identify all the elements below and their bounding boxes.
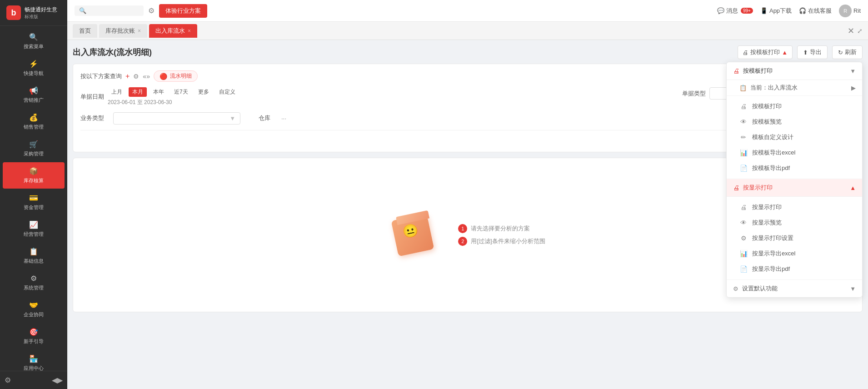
display-export-excel-item[interactable]: 📊 按显示导出excel (727, 246, 862, 261)
date-tab-this-month[interactable]: 本月 (129, 87, 147, 97)
empty-step-2: 2 用[过滤]条件来缩小分析范围 (458, 237, 545, 246)
tab-flow-close-icon[interactable]: × (188, 28, 191, 34)
sidebar-item-inventory[interactable]: 📦 库存核算 (3, 162, 65, 189)
current-icon: 📋 (739, 85, 747, 91)
print-dropdown-button[interactable]: 🖨 按模板打印 ▲ (738, 45, 793, 59)
tab-bar-controls: ✕ ⤢ (848, 26, 863, 36)
search-box[interactable]: 🔍 (75, 5, 144, 16)
sidebar-item-search[interactable]: 🔍 搜索菜单 (3, 28, 65, 55)
collapse-sidebar-icon[interactable]: ◀▶ (52, 376, 63, 384)
refresh-button[interactable]: ↻ 刷新 (832, 45, 863, 59)
date-tab-last-month[interactable]: 上月 (108, 87, 126, 97)
sidebar-footer: ⚙ ◀▶ (0, 371, 67, 389)
dropdown-footer[interactable]: ⚙ 设置默认功能 ▼ (727, 280, 862, 297)
page-actions: 🖨 按模板打印 ▲ ⬆ 导出 ↻ 刷新 (738, 45, 863, 59)
settings-icon[interactable]: ⚙ (5, 376, 11, 384)
display-preview-item[interactable]: 👁 按显示预览 (727, 215, 862, 230)
sidebar-item-guide[interactable]: 🎯 新手引导 (3, 323, 65, 349)
sidebar-item-apps[interactable]: 🏪 应用中心 (3, 350, 65, 371)
apps-nav-label: 应用中心 (24, 365, 44, 371)
template-export-excel-item[interactable]: 📊 按模板导出excel (727, 145, 862, 160)
step-1-text: 请先选择要分析的方案 (471, 224, 530, 233)
sidebar: b 畅捷通好生意 标准版 🔍 搜索菜单 ⚡ 快捷导航 📢 营销推广 💰 销售管理… (0, 0, 67, 389)
date-tab-this-year[interactable]: 本年 (150, 87, 168, 97)
template-print-icon: 🖨 (733, 67, 739, 75)
message-icon: 💬 (717, 7, 724, 14)
sidebar-item-operation[interactable]: 📈 经营管理 (3, 216, 65, 242)
filter-gear-icon[interactable]: ⚙ (133, 73, 139, 80)
refresh-icon: ↻ (838, 49, 843, 56)
template-export-pdf-item[interactable]: 📄 按模板导出pdf (727, 160, 862, 176)
tab-flow[interactable]: 出入库流水 × (149, 24, 197, 38)
biz-type-select[interactable]: ▼ (113, 112, 240, 125)
edition-label: 标准版 (25, 14, 57, 20)
biz-type-label: 业务类型 (80, 114, 104, 122)
template-items-section: 🖨 按模板打印 👁 按模板预览 ✏ 模板自定义设计 📊 按模板导出excel 📄… (727, 96, 862, 179)
date-range-display: 2023-06-01 至 2023-06-30 (108, 99, 239, 106)
industry-solution-button[interactable]: 体验行业方案 (159, 4, 207, 18)
sidebar-item-quick[interactable]: ⚡ 快捷导航 (3, 55, 65, 81)
tab-home[interactable]: 首页 (73, 24, 97, 38)
date-tab-7days[interactable]: 近7天 (170, 87, 192, 97)
tab-flow-label: 出入库流水 (155, 27, 185, 35)
search-nav-icon: 🔍 (29, 33, 38, 41)
topbar-right: 💬 消息 99+ 📱 App下载 🎧 在线客服 R Rit (717, 5, 861, 17)
date-tab-custom[interactable]: 自定义 (215, 87, 239, 97)
warehouse-more-icon[interactable]: ··· (281, 115, 286, 122)
display-export-pdf-item[interactable]: 📄 按显示导出pdf (727, 261, 862, 277)
date-tab-more[interactable]: 更多 (195, 87, 213, 97)
export-button[interactable]: ⬆ 导出 (797, 45, 828, 59)
search-input[interactable] (89, 8, 139, 14)
tab-batch[interactable]: 库存批次账 × (99, 24, 147, 38)
filter-add-icon[interactable]: + (125, 72, 130, 80)
sidebar-item-sales[interactable]: 💰 销售管理 (3, 109, 65, 135)
filter-tag-label: 流水明细 (170, 72, 192, 80)
message-label: 消息 (726, 7, 738, 15)
display-print-item-icon: 🖨 (739, 204, 748, 211)
sidebar-logo: b 畅捷通好生意 标准版 (0, 0, 67, 26)
settings-gear-icon[interactable]: ⚙ (148, 6, 155, 15)
sidebar-item-basic[interactable]: 📋 基础信息 (3, 243, 65, 269)
marketing-nav-icon: 📢 (29, 86, 38, 95)
filter-tag[interactable]: 🔴 流水明细 (154, 70, 198, 82)
tab-bar-close-icon[interactable]: ✕ (848, 26, 854, 36)
print-chevron-up-icon: ▲ (782, 49, 788, 56)
template-preview-item[interactable]: 👁 按模板预览 (727, 114, 862, 130)
tab-batch-close-icon[interactable]: × (138, 28, 141, 34)
sidebar-item-purchase[interactable]: 🛒 采购管理 (3, 135, 65, 162)
sidebar-item-marketing[interactable]: 📢 营销推广 (3, 82, 65, 108)
sales-nav-label: 销售管理 (24, 124, 44, 130)
online-service-button[interactable]: 🎧 在线客服 (799, 7, 832, 15)
refresh-label: 刷新 (845, 48, 857, 56)
date-filter: 上月 本月 本年 近7天 更多 自定义 2023-06-01 至 2023-06… (108, 87, 239, 106)
default-settings-icon: ⚙ (733, 285, 738, 292)
template-print-item[interactable]: 🖨 按模板打印 (727, 99, 862, 114)
dropdown-display-print-header[interactable]: 🖨 按显示打印 ▲ (727, 179, 862, 197)
dropdown-template-print-header[interactable]: 🖨 按模板打印 ▼ (727, 62, 862, 80)
message-button[interactable]: 💬 消息 99+ (717, 7, 753, 15)
app-download-button[interactable]: 📱 App下载 (760, 7, 792, 15)
filter-tag-icon: 🔴 (160, 73, 167, 80)
template-print-item-label: 按模板打印 (752, 102, 782, 110)
display-print-item[interactable]: 🖨 按显示打印 (727, 199, 862, 215)
sidebar-item-system[interactable]: ⚙ 系统管理 (3, 269, 65, 296)
user-profile[interactable]: R Rit (839, 5, 861, 17)
message-badge: 99+ (741, 8, 753, 14)
filter-collapse-icon[interactable]: «» (143, 73, 150, 80)
template-print-section-label: 按模板打印 (743, 67, 773, 75)
sidebar-item-collab[interactable]: 🤝 企业协同 (3, 296, 65, 323)
date-label: 单据日期 (80, 93, 104, 101)
dropdown-current-item[interactable]: 📋 当前：出入库流水 ▶ (727, 80, 862, 96)
phone-icon: 📱 (760, 7, 768, 14)
footer-arrow-icon: ▼ (850, 285, 856, 292)
dropdown-panel: 🖨 按模板打印 ▼ 📋 当前：出入库流水 ▶ 🖨 按模板打印 👁 按模板预览 ✏… (726, 62, 863, 298)
step-2-text: 用[过滤]条件来缩小分析范围 (471, 237, 545, 245)
display-preview-item-icon: 👁 (739, 219, 748, 226)
template-design-item[interactable]: ✏ 模板自定义设计 (727, 130, 862, 145)
template-excel-icon: 📊 (739, 149, 748, 156)
tab-bar-expand-icon[interactable]: ⤢ (857, 27, 863, 35)
display-print-settings-item[interactable]: ⚙ 按显示打印设置 (727, 230, 862, 246)
sidebar-item-finance[interactable]: 💳 资金管理 (3, 189, 65, 215)
display-excel-icon: 📊 (739, 250, 748, 257)
system-nav-icon: ⚙ (30, 274, 37, 283)
